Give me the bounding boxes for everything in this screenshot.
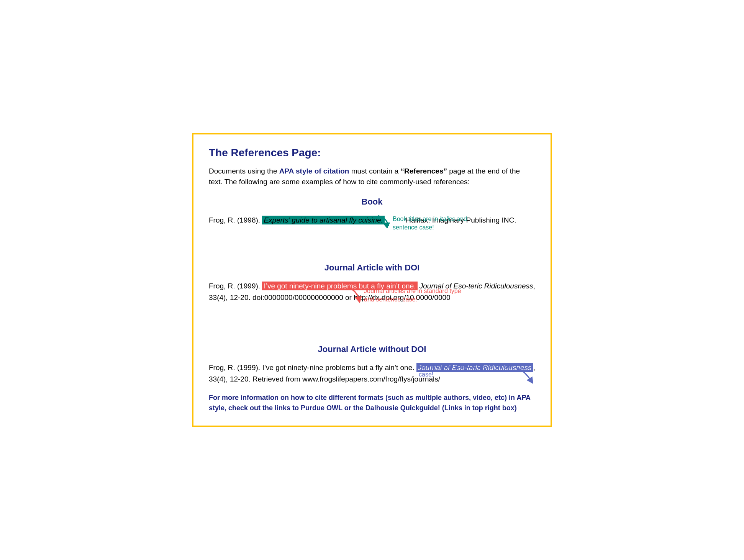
- journal-no-doi-entry-wrapper: Frog, R. (1999). I’ve got ninety-nine pr…: [209, 362, 535, 385]
- journal-doi-annotation-text: Journal articles are in standard type an…: [364, 287, 464, 304]
- journal-no-doi-annotation-group: Journal titles are in italics and title …: [419, 362, 535, 387]
- book-annotation-group: Book titles are in italics and sentence …: [374, 215, 477, 232]
- journal-doi-author: Frog, R. (1999).: [209, 282, 262, 290]
- journal-doi-heading: Journal Article with DOI: [209, 263, 535, 273]
- book-entry: Frog, R. (1998). Experts’ guide to artis…: [209, 215, 535, 226]
- book-annotation-text: Book titles are in italics and sentence …: [393, 215, 477, 232]
- intro-bold-black: “References”: [401, 167, 447, 175]
- journal-no-doi-heading: Journal Article without DOI: [209, 344, 535, 354]
- footer-text: For more information on how to cite diff…: [209, 393, 535, 413]
- book-annotation-area: Book titles are in italics and sentence …: [209, 228, 535, 251]
- page-title: The References Page:: [209, 147, 535, 159]
- book-author-year: Frog, R. (1998).: [209, 216, 262, 224]
- purple-arrow-icon: [512, 364, 535, 387]
- book-title-highlighted: Experts’ guide to artisanal fly cuisine.: [262, 216, 385, 224]
- teal-arrow-icon: [372, 211, 394, 234]
- intro-part1: Documents using the: [209, 167, 279, 175]
- journal-no-doi-annotation-text: Journal titles are in italics and title …: [419, 362, 511, 379]
- page-container: The References Page: Documents using the…: [192, 133, 552, 427]
- book-heading: Book: [209, 197, 535, 207]
- journal-no-doi-author: Frog, R. (1999). I’ve got ninety-nine pr…: [209, 364, 416, 372]
- book-section: Frog, R. (1998). Experts’ guide to artis…: [209, 215, 535, 251]
- intro-part2: must contain a: [349, 167, 400, 175]
- intro-text: Documents using the APA style of citatio…: [209, 166, 535, 188]
- intro-bold-blue: APA style of citation: [279, 167, 349, 175]
- journal-doi-annotation-area: Journal articles are in standard type an…: [209, 306, 535, 333]
- journal-doi-section: Frog, R. (1999). I’ve got ninety-nine pr…: [209, 280, 535, 333]
- journal-doi-annotation-group: Journal articles are in standard type an…: [343, 287, 464, 306]
- journal-no-doi-section: Frog, R. (1999). I’ve got ninety-nine pr…: [209, 362, 535, 385]
